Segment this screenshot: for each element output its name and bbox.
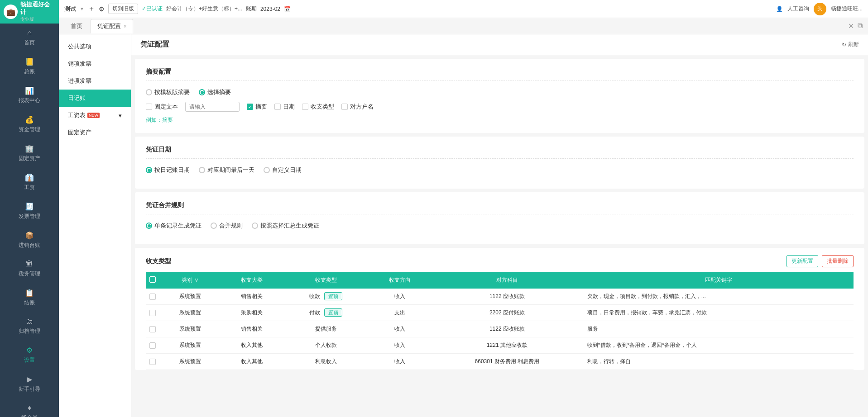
- left-menu-public[interactable]: 公共选项: [59, 38, 131, 55]
- row-check-1[interactable]: [149, 310, 156, 316]
- summary-config-title: 摘要配置: [146, 68, 854, 81]
- check-counterparty[interactable]: 对方户名: [341, 103, 374, 111]
- row-direction: 收入: [369, 337, 431, 354]
- left-menu-payroll[interactable]: 工资表 NEW ▾: [59, 107, 131, 124]
- row-check-4[interactable]: [149, 359, 156, 365]
- minimize-icon[interactable]: ✕: [848, 22, 854, 30]
- row-category: 系统预置: [159, 305, 221, 321]
- sidebar-item-home[interactable]: ⌂ 首页: [0, 24, 59, 52]
- th-account: 对方科目: [431, 272, 584, 289]
- sidebar-item-guide[interactable]: ▶ 新手引导: [0, 370, 59, 398]
- settle-icon: 📋: [25, 289, 34, 297]
- expand-arrow-icon: ▾: [119, 112, 122, 119]
- sidebar-item-assets[interactable]: 🏢 固定资产: [0, 139, 59, 168]
- dropdown-arrow-icon[interactable]: ▼: [80, 6, 84, 11]
- radio-template-summary[interactable]: 按模板版摘要: [146, 88, 190, 96]
- top-bar-right: 👤 人工咨询 头 畅捷通旺旺...: [776, 3, 863, 15]
- left-menu-purchase[interactable]: 进项发票: [59, 72, 131, 90]
- refresh-button[interactable]: ↻ 刷新: [842, 41, 859, 48]
- checkbox-fixed-text: [146, 104, 152, 110]
- radio-custom-date[interactable]: 自定义日期: [264, 166, 302, 174]
- home-icon: ⌂: [27, 29, 32, 37]
- radio-journal-date[interactable]: 按日记账日期: [146, 166, 190, 174]
- row-keywords: 服务: [584, 321, 854, 337]
- sidebar-item-reports[interactable]: 📊 报表中心: [0, 81, 59, 110]
- row-checkbox: [146, 305, 159, 321]
- check-summary[interactable]: ✓ 摘要: [247, 103, 267, 111]
- th-major: 收支大类: [221, 272, 283, 289]
- sidebar-item-ledger[interactable]: 📒 总账: [0, 52, 59, 81]
- radio-period-last[interactable]: 对应期间最后一天: [199, 166, 254, 174]
- sidebar-item-funds[interactable]: 💰 资金管理: [0, 110, 59, 139]
- assets-icon: 🏢: [25, 144, 34, 153]
- sidebar-item-label: 进销台账: [19, 242, 40, 249]
- add-icon[interactable]: ＋: [88, 4, 95, 14]
- row-direction: 收入: [369, 289, 431, 305]
- left-menu-public-label: 公共选项: [68, 43, 91, 51]
- sidebar-item-label: 工资: [24, 184, 35, 191]
- row-check-0[interactable]: [149, 294, 156, 300]
- sidebar-item-settings[interactable]: ⚙ 设置: [0, 341, 59, 370]
- sidebar-item-salary[interactable]: 👔 工资: [0, 168, 59, 197]
- tab-voucher-label: 凭证配置: [97, 22, 121, 30]
- page-title: 凭证配置: [140, 40, 169, 49]
- check-date[interactable]: 日期: [274, 103, 295, 111]
- radio-single[interactable]: 单条记录生成凭证: [146, 222, 201, 230]
- update-config-button[interactable]: 更新配置: [786, 255, 818, 267]
- radio-merge[interactable]: 合并规则: [211, 222, 243, 230]
- sidebar-item-label: 报表中心: [19, 97, 40, 104]
- radio-select-circle: [199, 89, 205, 95]
- radio-select-summary[interactable]: 选择摘要: [199, 88, 231, 96]
- radio-single-label: 单条记录生成凭证: [154, 222, 201, 230]
- maximize-icon[interactable]: ⧉: [858, 22, 863, 30]
- checkbox-summary: ✓: [247, 104, 253, 110]
- row-type: 个人收款: [283, 337, 369, 354]
- tab-voucher-config[interactable]: 凭证配置 ×: [91, 19, 133, 33]
- help-label[interactable]: 人工咨询: [787, 5, 809, 13]
- left-menu-journal-label: 日记账: [68, 94, 86, 102]
- sidebar-item-invoice[interactable]: 🧾 发票管理: [0, 197, 59, 226]
- row-type-text: 利息收入: [315, 358, 337, 365]
- row-account: 1122 应收账款: [431, 289, 584, 305]
- app-name: 畅捷通好会计: [20, 1, 55, 16]
- row-type: 收款 置顶: [283, 289, 369, 305]
- fixed-text-input[interactable]: [185, 102, 240, 112]
- header-checkbox[interactable]: [149, 276, 156, 283]
- row-direction: 支出: [369, 305, 431, 321]
- row-check-2[interactable]: [149, 326, 156, 332]
- summary-radio-group: 按模板版摘要 选择摘要: [146, 88, 854, 96]
- batch-delete-button[interactable]: 批量删除: [822, 255, 854, 267]
- row-account: 1221 其他应收款: [431, 337, 584, 354]
- sidebar-item-purchase-mgr[interactable]: 📦 进销台账: [0, 226, 59, 255]
- row-keywords: 欠款，现金，项目款，到付款，报销款，汇入，...: [584, 289, 854, 305]
- tab-home[interactable]: 首页: [64, 19, 89, 33]
- tab-close-icon[interactable]: ×: [124, 24, 126, 29]
- example-text: 例如：摘要: [146, 116, 854, 124]
- check-fixed-text[interactable]: 固定文本: [146, 103, 178, 111]
- pin-top-tag-1[interactable]: 置顶: [324, 308, 342, 317]
- calendar-icon[interactable]: 📅: [284, 6, 291, 12]
- reports-icon: 📊: [25, 86, 34, 95]
- gear-icon[interactable]: ⚙: [99, 5, 105, 13]
- table-row: 系统预置 采购相关 付款 置顶 支出 2202 应付账款 项目，日常费用，报销款…: [146, 305, 854, 321]
- sidebar-item-member[interactable]: ♦ 畅会员: [0, 398, 59, 417]
- sidebar-item-tax[interactable]: 🏛 税务管理: [0, 255, 59, 283]
- refresh-label: 刷新: [848, 41, 859, 48]
- tax-icon: 🏛: [26, 260, 33, 268]
- check-type[interactable]: 收支类型: [302, 103, 334, 111]
- sidebar-item-settle[interactable]: 📋 结账: [0, 283, 59, 312]
- pin-top-tag-0[interactable]: 置顶: [324, 292, 342, 300]
- right-panel: 凭证配置 ↻ 刷新 摘要配置 按模板版摘要 选择摘要: [131, 34, 868, 417]
- content-wrap: 公共选项 销项发票 进项发票 日记账 工资表 NEW ▾ 固定资产: [59, 34, 868, 417]
- left-menu-sales[interactable]: 销项发票: [59, 55, 131, 72]
- checkbox-date: [274, 104, 281, 110]
- left-menu-journal[interactable]: 日记账: [59, 90, 131, 107]
- radio-total-label: 按照选择汇总生成凭证: [260, 222, 319, 230]
- radio-total[interactable]: 按照选择汇总生成凭证: [252, 222, 319, 230]
- sidebar: 💼 畅捷通好会计 专业版 ⌂ 首页 📒 总账 📊 报表中心 💰 资金管理 🏢 固…: [0, 0, 59, 417]
- row-check-3[interactable]: [149, 342, 156, 349]
- sidebar-item-archive[interactable]: 🗂 归档管理: [0, 312, 59, 341]
- left-menu-fixed-assets[interactable]: 固定资产: [59, 124, 131, 141]
- sidebar-item-label: 发票管理: [19, 213, 40, 220]
- switch-version-button[interactable]: 切到旧版: [108, 4, 138, 14]
